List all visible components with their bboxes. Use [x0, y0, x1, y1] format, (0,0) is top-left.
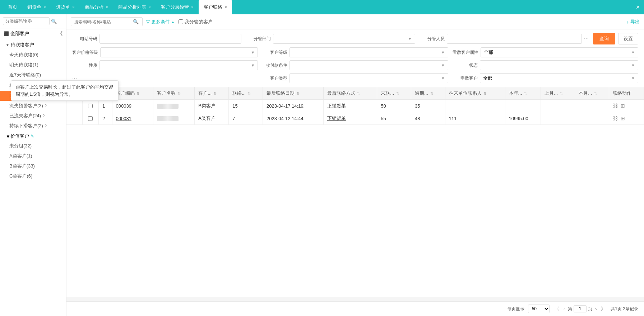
col-last-date[interactable]: 最后联络日期 ⇅ [263, 87, 323, 100]
row1-action: ⛓ ⊞ [609, 100, 644, 112]
per-page-select[interactable]: 50 100 200 [528, 305, 550, 313]
more-conditions-btn[interactable]: ▽ 更多条件 ▲ [146, 19, 175, 25]
nav-customer-tier-close[interactable]: × [191, 5, 194, 10]
filter-customer-level-select[interactable]: ▼ [289, 47, 448, 57]
col-contact-count[interactable]: 联络... ⇅ [229, 87, 263, 100]
row2-check[interactable] [88, 116, 93, 121]
col-this-year[interactable]: 本年... ⇅ [505, 87, 541, 100]
nav-sales-close[interactable]: × [43, 5, 46, 10]
row2-checkbox[interactable] [82, 112, 98, 125]
query-btn[interactable]: 查询 [593, 33, 615, 44]
row2-action-grid-icon[interactable]: ⊞ [621, 115, 625, 121]
row2-name-blurred [157, 116, 179, 121]
row2-action-link-icon[interactable]: ⛓ [613, 115, 618, 121]
row1-code[interactable]: 000039 [112, 100, 153, 112]
settings-btn[interactable]: 设置 [618, 33, 638, 44]
search-icon[interactable]: 🔍 [133, 19, 139, 24]
sidebar-item-class-c[interactable]: C类客户(6) [0, 171, 66, 181]
sidebar-search-icon[interactable]: 🔍 [51, 19, 57, 24]
my-customers-checkbox[interactable]: 我分管的客户 [179, 19, 213, 25]
sidebar-item-churn-warning[interactable]: 流失预警客户(3) ? [0, 101, 66, 111]
window-close-button[interactable]: × [636, 4, 640, 11]
row1-action-grid-icon[interactable]: ⊞ [621, 103, 625, 109]
col-uncontacted[interactable]: 未联... ⇅ [377, 87, 411, 100]
pending-group-header[interactable]: ▼ 待联络客户 [0, 40, 66, 50]
nav-product-list[interactable]: 商品分析列表 × [113, 0, 156, 14]
my-customers-check[interactable] [179, 19, 183, 24]
col-contact-person[interactable]: 往来单位联系人 ⇅ [445, 87, 505, 100]
row1-index: 1 [99, 100, 112, 112]
prev-page-btn[interactable]: ‹ [562, 306, 566, 312]
col-last-month[interactable]: 上月... ⇅ [541, 87, 575, 100]
row1-name [153, 100, 195, 112]
sidebar-search-input[interactable] [3, 17, 50, 25]
filter-row-1: 电话号码 分管部门 ▼ 分管人员 ··· 查询 设置 [72, 33, 638, 44]
nav-product-analysis[interactable]: 商品分析 × [80, 0, 113, 14]
filter-payment-select[interactable]: ▼ [289, 60, 448, 70]
row1-check[interactable] [88, 104, 93, 108]
sidebar-item-7days[interactable]: 近7天待联络(0) [0, 70, 66, 80]
help-icon-churned[interactable]: ? [42, 114, 45, 118]
price-chevron-icon: ▼ [251, 50, 255, 55]
filter-dept-select[interactable]: ▼ [273, 34, 415, 44]
sidebar-item-class-b[interactable]: B类客户(33) [0, 161, 66, 171]
filter-customer-level: 客户等级 ▼ [262, 47, 448, 57]
filter-status-select[interactable]: ▼ [480, 60, 638, 70]
content-area: 🔍 ▽ 更多条件 ▲ 我分管的客户 ↓ 导出 电话号码 [66, 14, 644, 316]
filter-price-select[interactable]: ▼ [100, 47, 258, 57]
row1-uncontacted: 50 [377, 100, 411, 112]
col-action: 联络动作 [609, 87, 644, 100]
filter-status: 状态 ▼ [453, 60, 638, 70]
nav-home[interactable]: 首页 [3, 0, 22, 14]
horizontal-scrollbar[interactable] [66, 297, 644, 301]
nav-product-list-close[interactable]: × [148, 5, 151, 10]
filter-scatter-cust-select[interactable]: 全部 ▼ [480, 73, 638, 83]
value-group-edit-icon[interactable]: ✎ [31, 134, 34, 139]
filter-phone-input[interactable] [99, 34, 241, 44]
filter-phone-label: 电话号码 [72, 36, 97, 42]
first-page-btn[interactable]: 《 [553, 305, 561, 313]
next-page-btn[interactable]: › [594, 306, 598, 312]
nav-purchase[interactable]: 进货单 × [51, 0, 80, 14]
filter-nature-select[interactable]: ▼ [99, 60, 258, 70]
nav-customer-contact-close[interactable]: × [224, 5, 227, 10]
help-icon-declining[interactable]: ? [45, 124, 47, 128]
sidebar-item-churned[interactable]: 已流失客户(24) ? [0, 111, 66, 121]
sidebar-item-today[interactable]: 今天待联络(0) [0, 50, 66, 60]
filter-scatter-attr-select[interactable]: 全部 ▼ [481, 47, 638, 57]
page-input[interactable] [574, 305, 587, 312]
filter-row-4: ··· 客户类型 ▼ 零散客户 全部 ▼ [72, 73, 638, 83]
sidebar-item-class-a[interactable]: A类客户(1) [0, 151, 66, 161]
row2-last-method[interactable]: 下销货单 [323, 112, 377, 125]
pagination-nav: 《 ‹ 第 页 › 》 [553, 305, 607, 313]
sidebar-item-tomorrow[interactable]: 明天待联络(1) [0, 60, 66, 70]
row2-this-month [575, 112, 609, 125]
col-overdue[interactable]: 逾期... ⇅ [411, 87, 445, 100]
nav-customer-contact[interactable]: 客户联络 × [199, 0, 232, 14]
filter-manager-input[interactable] [447, 34, 582, 44]
nav-sales[interactable]: 销货单 × [22, 0, 51, 14]
export-btn[interactable]: ↓ 导出 [627, 19, 640, 25]
sidebar-item-declining[interactable]: 持续下滑客户(2) ? [0, 121, 66, 131]
row1-last-method[interactable]: 下销货单 [323, 100, 377, 112]
row1-checkbox[interactable] [82, 100, 98, 112]
filter-customer-type-select[interactable]: ▼ [289, 73, 448, 83]
sidebar-item-unclassified[interactable]: 未分组(32) [0, 141, 66, 151]
nav-purchase-close[interactable]: × [72, 5, 75, 10]
collapse-sidebar-btn[interactable]: 《 [57, 30, 62, 37]
search-input[interactable] [74, 19, 131, 24]
payment-chevron-icon: ▼ [441, 63, 445, 67]
row2-contact: 7 [229, 112, 263, 125]
col-name[interactable]: 客户名称 ⇅ [153, 87, 195, 100]
col-type[interactable]: 客户... ⇅ [195, 87, 229, 100]
filter-manager-dots[interactable]: ··· [584, 36, 589, 42]
col-last-method[interactable]: 最后联络方式 ⇅ [323, 87, 377, 100]
col-this-month[interactable]: 本月... ⇅ [575, 87, 609, 100]
status-chevron-icon: ▼ [631, 63, 635, 67]
row2-code[interactable]: 000031 [112, 112, 153, 125]
help-icon-churn-warning[interactable]: ? [45, 104, 47, 108]
nav-product-analysis-close[interactable]: × [106, 5, 108, 10]
nav-customer-tier[interactable]: 客户分层经营 × [156, 0, 199, 14]
row1-action-link-icon[interactable]: ⛓ [613, 103, 618, 109]
last-page-btn[interactable]: 》 [599, 305, 607, 313]
